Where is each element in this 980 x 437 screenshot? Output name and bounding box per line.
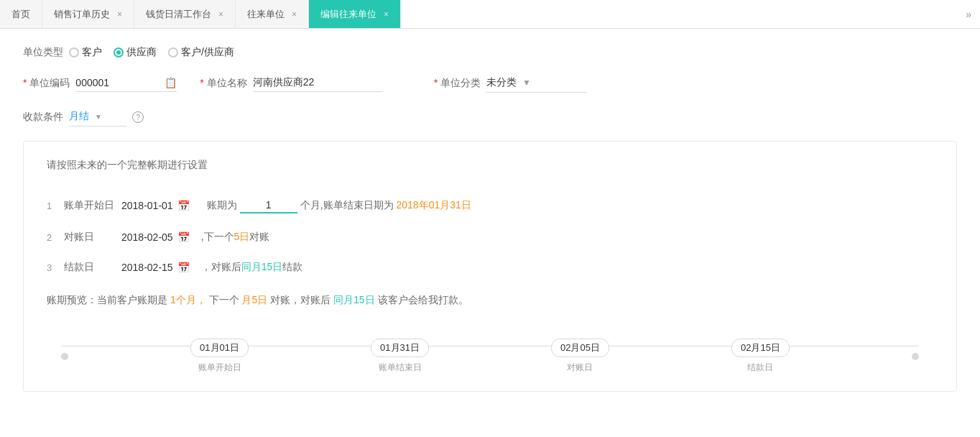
unit-type-label: 单位类型 xyxy=(23,46,63,59)
step-3-calendar[interactable]: 📅 xyxy=(177,262,190,273)
step-1-calendar[interactable]: 📅 xyxy=(177,200,190,211)
payment-terms-label: 收款条件 xyxy=(23,111,63,124)
unit-name-field: 单位名称 xyxy=(200,74,382,92)
payment-terms-row: 收款条件 月结 ▼ ? xyxy=(23,107,957,126)
radio-supplier-circle xyxy=(114,47,124,58)
timeline-node-1: 01月01日 账单开始日 xyxy=(190,339,249,374)
unit-name-label: 单位名称 xyxy=(200,77,246,90)
timeline-node-2: 01月31日 账单结束日 xyxy=(371,339,429,374)
radio-both-circle xyxy=(168,47,178,58)
unit-category-field: 单位分类 未分类 ▼ xyxy=(434,73,587,93)
unit-type-row: 单位类型 客户 供应商 客户/供应商 xyxy=(23,46,957,59)
step-2-date-value: 2018-02-05 xyxy=(121,231,173,243)
step-3-desc-highlight: 同月15日 xyxy=(241,261,283,274)
unit-info-row: 单位编码 📋 单位名称 单位分类 未分类 ▼ xyxy=(23,73,957,93)
preview-reconcile-suffix: 对账，对账后 xyxy=(270,294,330,305)
step-1-end-date: 2018年01月31日 xyxy=(397,199,471,212)
unit-category-value: 未分类 xyxy=(486,76,517,89)
step-1-period-label: 账期为 xyxy=(207,199,237,212)
payment-terms-value: 月结 xyxy=(69,110,89,123)
radio-customer-circle xyxy=(69,47,79,58)
tab-sales-history[interactable]: 销售订单历史 × xyxy=(42,0,134,28)
unit-name-input[interactable] xyxy=(253,74,382,92)
unit-category-arrow: ▼ xyxy=(522,78,531,88)
preview-reconcile: 月5日 xyxy=(241,294,267,305)
radio-customer[interactable]: 客户 xyxy=(69,46,102,59)
billing-panel: 请按照未来的一个完整帐期进行设置 1 账单开始日 2018-01-01 📅 账期… xyxy=(23,141,957,392)
unit-category-select[interactable]: 未分类 ▼ xyxy=(486,73,587,93)
help-icon[interactable]: ? xyxy=(132,111,144,123)
tab-partner[interactable]: 往来单位 × xyxy=(236,0,309,28)
timeline-badge-4: 02月15日 xyxy=(731,339,790,357)
unit-code-input[interactable] xyxy=(75,74,162,91)
step-3-number: 3 xyxy=(47,262,64,273)
timeline-badge-1: 01月01日 xyxy=(190,339,249,357)
timeline-label-3: 对账日 xyxy=(567,362,593,374)
payment-terms-select[interactable]: 月结 ▼ xyxy=(69,107,126,126)
unit-type-field: 单位类型 客户 供应商 客户/供应商 xyxy=(23,46,234,59)
step-2-row: 2 对账日 2018-02-05 📅 ,下一个 5日 对账 xyxy=(47,222,933,252)
preview-pay: 同月15日 xyxy=(333,294,375,305)
step-3-date-value: 2018-02-15 xyxy=(121,262,173,273)
step-1-period-unit: 个月,账单结束日期为 xyxy=(300,199,394,212)
step-2-name: 对账日 xyxy=(64,231,121,244)
tab-bar: 首页 销售订单历史 × 钱货日清工作台 × 往来单位 × 编辑往来单位 × » xyxy=(0,0,980,29)
tab-home[interactable]: 首页 xyxy=(0,0,42,28)
tab-expand-button[interactable]: » xyxy=(957,0,980,28)
preview-prefix: 账期预览：当前客户账期是 xyxy=(47,294,167,305)
payment-terms-field: 收款条件 月结 ▼ ? xyxy=(23,107,144,126)
step-3-desc: ，对账后 同月15日 结款 xyxy=(201,261,303,274)
step-2-desc-highlight: 5日 xyxy=(234,231,250,244)
tab-partner-close[interactable]: × xyxy=(292,9,297,19)
step-3-date: 2018-02-15 📅 xyxy=(121,262,190,273)
step-1-date: 2018-01-01 📅 xyxy=(121,200,190,211)
timeline-node-3: 02月05日 对账日 xyxy=(551,339,609,374)
step-1-row: 1 账单开始日 2018-01-01 📅 账期为 个月,账单结束日期为 2018… xyxy=(47,189,933,222)
payment-terms-arrow: ▼ xyxy=(95,113,102,121)
timeline-node-4: 02月15日 结款日 xyxy=(731,339,790,374)
step-3-row: 3 结款日 2018-02-15 📅 ，对账后 同月15日 结款 xyxy=(47,252,933,282)
timeline: 01月01日 账单开始日 01月31日 账单结束日 02月05日 对账日 02月… xyxy=(47,324,933,374)
step-2-number: 2 xyxy=(47,232,64,243)
step-1-period-input[interactable] xyxy=(240,198,297,213)
radio-supplier[interactable]: 供应商 xyxy=(114,46,157,59)
tab-cash-work[interactable]: 钱货日清工作台 × xyxy=(134,0,236,28)
step-3-desc-prefix: ，对账后 xyxy=(201,261,241,274)
step-2-date: 2018-02-05 📅 xyxy=(121,231,190,243)
timeline-label-1: 账单开始日 xyxy=(198,362,241,374)
panel-instruction: 请按照未来的一个完整帐期进行设置 xyxy=(47,159,933,172)
tab-cash-work-close[interactable]: × xyxy=(218,9,223,19)
radio-both[interactable]: 客户/供应商 xyxy=(168,46,234,59)
step-1-number: 1 xyxy=(47,201,64,211)
preview-reconcile-prefix: 下一个 xyxy=(209,294,239,305)
step-2-desc-prefix: ,下一个 xyxy=(201,231,234,244)
unit-category-label: 单位分类 xyxy=(434,77,481,90)
unit-code-icon[interactable]: 📋 xyxy=(165,77,177,88)
timeline-left-dot xyxy=(61,353,68,360)
tab-edit-partner-close[interactable]: × xyxy=(384,9,389,19)
tab-edit-partner[interactable]: 编辑往来单位 × xyxy=(309,0,401,28)
unit-code-label: 单位编码 xyxy=(23,77,70,90)
timeline-badge-3: 02月05日 xyxy=(551,339,609,357)
tab-sales-history-close[interactable]: × xyxy=(117,9,122,19)
step-2-desc-suffix: 对账 xyxy=(249,231,269,244)
preview-suffix: 该客户会给我打款。 xyxy=(378,294,468,305)
step-3-desc-suffix: 结款 xyxy=(282,261,302,274)
preview-months: 1个月， xyxy=(170,294,206,305)
main-content: 单位类型 客户 供应商 客户/供应商 单位编码 xyxy=(0,29,980,437)
step-1-name: 账单开始日 xyxy=(64,199,121,212)
timeline-right-dot xyxy=(912,353,919,360)
step-2-desc: ,下一个 5日 对账 xyxy=(201,231,270,244)
step-3-name: 结款日 xyxy=(64,261,121,274)
timeline-label-4: 结款日 xyxy=(747,362,773,374)
unit-code-field: 单位编码 📋 xyxy=(23,74,177,92)
unit-code-input-wrapper: 📋 xyxy=(75,74,177,92)
radio-group: 客户 供应商 客户/供应商 xyxy=(69,46,234,59)
timeline-badge-2: 01月31日 xyxy=(371,339,429,357)
step-1-date-value: 2018-01-01 xyxy=(121,200,173,211)
preview-text: 账期预览：当前客户账期是 1个月， 下一个 月5日 对账，对账后 同月15日 该… xyxy=(47,294,933,307)
step-1-desc: 账期为 个月,账单结束日期为 2018年01月31日 xyxy=(207,198,471,213)
timeline-label-2: 账单结束日 xyxy=(379,362,422,374)
step-2-calendar[interactable]: 📅 xyxy=(177,231,190,243)
